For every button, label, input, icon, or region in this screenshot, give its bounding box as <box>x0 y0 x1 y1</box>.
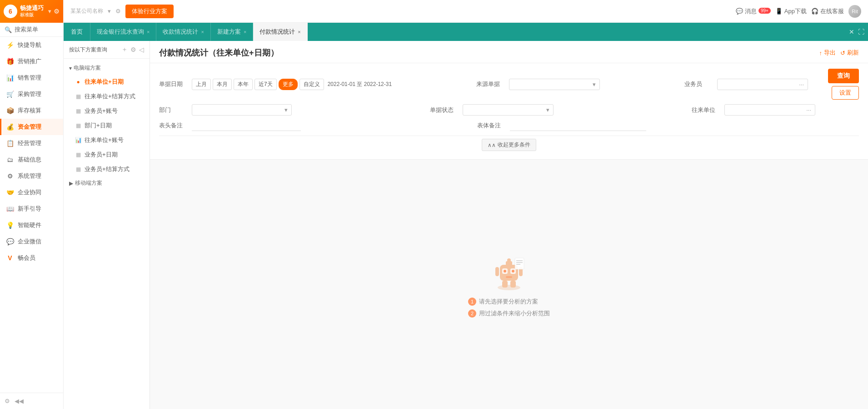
collapse-chevron-icon: ∧∧ <box>488 142 496 148</box>
app-download-btn[interactable]: 📱 App下载 <box>775 7 807 15</box>
schema-item-staff-payment[interactable]: ▦ 业务员+结算方式 <box>64 162 150 177</box>
hardware-icon: 💡 <box>6 221 14 229</box>
schema-item-staff-date-icon: ▦ <box>75 151 82 158</box>
partner-filter-label: 往来单位 <box>692 106 717 114</box>
schema-group-mobile: ▶ 移动端方案 <box>64 177 150 190</box>
message-icon: 💬 <box>736 8 743 15</box>
trial-button[interactable]: 体验行业方案 <box>125 5 174 18</box>
sidebar-item-vip[interactable]: V 畅会员 <box>0 250 63 266</box>
date-btn-custom[interactable]: 自定义 <box>299 79 324 90</box>
sidebar-item-marketing[interactable]: 🎁 营销推广 <box>0 53 63 70</box>
sidebar-search-item[interactable]: 🔍 搜索菜单 <box>0 23 63 37</box>
sidebar-item-guide[interactable]: 📖 新手引导 <box>0 201 63 217</box>
page-titlebar: 付款情况统计（往来单位+日期） ↑ 导出 ↺ 刷新 <box>150 41 868 63</box>
schema-item-partner-payment-icon: ▦ <box>75 93 82 100</box>
dept-select[interactable]: ▾ <box>192 104 292 116</box>
empty-illustration <box>489 251 529 292</box>
add-scheme-icon[interactable]: ＋ <box>121 45 128 54</box>
filter-settings-button[interactable]: 设置 <box>832 86 859 100</box>
schema-item-dept-date[interactable]: ▦ 部门+日期 <box>64 118 150 133</box>
sidebar-chevron-icon[interactable]: ▾ <box>48 8 51 15</box>
tab-close-all-icon[interactable]: ✕ <box>849 28 854 35</box>
doc-status-select[interactable]: ▾ <box>463 104 554 116</box>
sidebar-item-wechat[interactable]: 💬 企业微信 <box>0 233 63 250</box>
schema-item-partner-payment[interactable]: ▦ 往来单位+结算方式 <box>64 89 150 104</box>
schema-group-desktop-title[interactable]: ▾ 电脑端方案 <box>64 61 150 75</box>
sidebar-item-capital[interactable]: 💰 资金管理 <box>0 119 63 135</box>
tab-receipt-stats-close-icon[interactable]: × <box>201 29 204 35</box>
tab-receipt-stats[interactable]: 收款情况统计 × <box>156 23 210 41</box>
schema-item-partner-account[interactable]: 📊 往来单位+账号 <box>64 133 150 147</box>
sidebar-settings-icon[interactable]: ⚙ <box>54 8 60 15</box>
source-select[interactable]: ▾ <box>509 79 600 90</box>
scheme-settings-icon[interactable]: ⚙ <box>130 46 136 53</box>
sidebar-item-hardware[interactable]: 💡 智能硬件 <box>0 217 63 233</box>
sidebar-item-label: 资金管理 <box>18 123 41 131</box>
tab-payment-stats[interactable]: 付款情况统计 × <box>253 23 307 41</box>
tab-bank-flow[interactable]: 现金银行流水查询 × <box>90 23 156 41</box>
schema-item-staff-account[interactable]: ▦ 业务员+账号 <box>64 104 150 118</box>
sidebar-item-label: 企业微信 <box>18 237 41 246</box>
schema-item-staff-date[interactable]: ▦ 业务员+日期 <box>64 147 150 162</box>
header-note-input[interactable] <box>192 120 301 131</box>
cooperation-icon: 🤝 <box>6 188 14 197</box>
online-service-label: 在线客服 <box>820 7 844 15</box>
schema-item-partner-date[interactable]: ● 往来单位+日期 <box>64 75 150 89</box>
topbar-gear-icon[interactable]: ⚙ <box>115 8 121 15</box>
date-btn-7days[interactable]: 近7天 <box>254 79 277 90</box>
sidebar-item-system[interactable]: ⚙ 系统管理 <box>0 168 63 184</box>
topbar-chevron-icon[interactable]: ▾ <box>108 8 111 15</box>
sidebar-item-operations[interactable]: 📋 经营管理 <box>0 135 63 151</box>
empty-tip-2-label: 用过滤条件来缩小分析范围 <box>479 309 550 318</box>
sidebar-collapse-icon[interactable]: ◀◀ <box>15 398 24 404</box>
staff-select[interactable]: ··· <box>717 79 808 90</box>
collapse-button[interactable]: ∧∧ 收起更多条件 <box>482 139 536 151</box>
tabbar: 首页 现金银行流水查询 × 收款情况统计 × 新建方案 × 付款情况统计 × ✕… <box>64 23 868 41</box>
quick-nav-icon: ⚡ <box>6 41 14 49</box>
message-label: 消息 <box>745 7 757 15</box>
tab-home[interactable]: 首页 <box>64 23 90 41</box>
partner-dots-icon[interactable]: ··· <box>806 106 811 113</box>
date-btn-last-month[interactable]: 上月 <box>192 79 211 90</box>
date-options-group: 上月 本月 本年 近7天 更多 自定义 2022-01-01 至 2022-12… <box>192 79 392 90</box>
tab-fullscreen-icon[interactable]: ⛶ <box>858 28 864 35</box>
date-btn-more[interactable]: 更多 <box>279 79 298 90</box>
sidebar-item-cooperation[interactable]: 🤝 企业协同 <box>0 184 63 201</box>
refresh-button[interactable]: ↺ 刷新 <box>840 49 859 57</box>
sidebar-settings-footer-icon[interactable]: ⚙ <box>5 398 10 404</box>
sidebar-item-basic-info[interactable]: 🗂 基础信息 <box>0 151 63 168</box>
online-service-btn[interactable]: 🎧 在线客服 <box>811 7 844 15</box>
query-button[interactable]: 查询 <box>828 69 859 83</box>
sidebar-item-inventory[interactable]: 📦 库存核算 <box>0 102 63 119</box>
source-filter-label: 来源单据 <box>476 80 502 88</box>
user-avatar[interactable]: Rit <box>848 5 861 18</box>
tab-new-scheme-close-icon[interactable]: × <box>244 29 246 35</box>
sidebar-item-sales[interactable]: 📊 销售管理 <box>0 70 63 86</box>
sidebar-item-label: 经营管理 <box>18 139 41 147</box>
sidebar-item-purchase[interactable]: 🛒 采购管理 <box>0 86 63 102</box>
date-btn-this-year[interactable]: 本年 <box>234 79 253 90</box>
sidebar-item-quick-nav[interactable]: ⚡ 快捷导航 <box>0 37 63 53</box>
app-logo: 6 <box>4 5 17 18</box>
tab-payment-stats-close-icon[interactable]: × <box>298 29 300 35</box>
body-note-input[interactable] <box>510 120 646 131</box>
tab-new-scheme[interactable]: 新建方案 × <box>211 23 253 41</box>
filter-row-2: 部门 ▾ 单据状态 ▾ 往来单位 ··· <box>159 104 859 116</box>
schema-group-mobile-title[interactable]: ▶ 移动端方案 <box>64 177 150 190</box>
staff-dots-icon[interactable]: ··· <box>799 81 804 88</box>
date-btn-this-month[interactable]: 本月 <box>213 79 232 90</box>
tab-bank-flow-close-icon[interactable]: × <box>147 29 150 35</box>
partner-select[interactable]: ··· <box>724 104 815 116</box>
sidebar-item-label: 采购管理 <box>18 90 41 98</box>
schema-item-dept-date-icon: ▦ <box>75 122 82 129</box>
doc-status-chevron-icon: ▾ <box>546 106 549 113</box>
sidebar-item-label: 智能硬件 <box>18 221 41 229</box>
export-label: 导出 <box>824 49 836 57</box>
dept-filter-label: 部门 <box>159 106 185 114</box>
collapse-row: ∧∧ 收起更多条件 <box>159 136 859 154</box>
message-btn[interactable]: 💬 消息 99+ <box>736 7 771 15</box>
right-panel: 付款情况统计（往来单位+日期） ↑ 导出 ↺ 刷新 单据日期 <box>150 41 868 409</box>
export-button[interactable]: ↑ 导出 <box>819 49 836 57</box>
sidebar-search-label: 搜索菜单 <box>15 25 38 34</box>
left-panel-collapse-icon[interactable]: ◁ <box>139 46 144 53</box>
